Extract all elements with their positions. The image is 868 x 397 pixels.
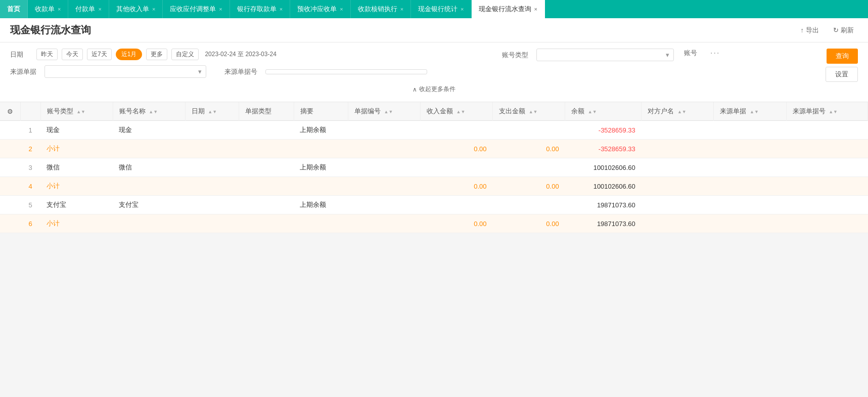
th-label: 摘要 <box>300 107 313 115</box>
cell-expense: 0.00 <box>493 177 565 196</box>
chevron-down-icon: ▾ <box>198 68 202 75</box>
cell-account-name: 微信 <box>113 158 185 177</box>
close-icon[interactable]: × <box>400 6 403 12</box>
page-title: 现金银行流水查询 <box>10 23 91 37</box>
cell-date <box>185 158 239 177</box>
th-label: 单据类型 <box>245 107 271 115</box>
table-body: 1 现金 现金 上期余额 -3528659.33 2 小计 0.00 0.00 … <box>0 121 868 233</box>
data-table: ⚙ 账号类型 ▲▼ 账号名称 ▲▼ 日期 ▲▼ 单据类型 摘 <box>0 102 868 233</box>
nav-home-label: 首页 <box>7 5 20 14</box>
th-counterparty[interactable]: 对方户名 ▲▼ <box>642 102 714 121</box>
th-account-name[interactable]: 账号名称 ▲▼ <box>113 102 185 121</box>
refresh-button[interactable]: ↻ 刷新 <box>829 24 858 37</box>
th-label: 余额 <box>571 107 584 115</box>
nav-label: 其他收入单 <box>116 5 149 14</box>
th-account-type[interactable]: 账号类型 ▲▼ <box>40 102 113 121</box>
source-doc-label: 来源单据 <box>10 67 36 76</box>
cell-num: 4 <box>20 177 40 196</box>
th-settings[interactable]: ⚙ <box>0 102 20 121</box>
account-dots[interactable]: ··· <box>710 49 720 58</box>
th-expense[interactable]: 支出金额 ▲▼ <box>493 102 565 121</box>
th-doc-no[interactable]: 单据编号 ▲▼ <box>348 102 420 121</box>
source-doc-num-input[interactable] <box>265 69 427 74</box>
account-type-label: 账号类型 <box>502 51 528 60</box>
nav-receipt-verify[interactable]: 收款核销执行 × <box>351 0 411 18</box>
source-doc-select[interactable]: ▾ <box>44 65 206 78</box>
cell-num: 5 <box>20 196 40 214</box>
export-button[interactable]: ↑ 导出 <box>797 24 824 37</box>
account-label: 账号 <box>684 49 702 58</box>
cell-income: 0.00 <box>420 214 492 233</box>
cell-balance: 100102606.60 <box>565 177 642 196</box>
top-navigation: 首页 收款单 × 付款单 × 其他收入单 × 应收应付调整单 × 银行存取款单 … <box>0 0 868 18</box>
date-btn-1month[interactable]: 近1月 <box>116 49 143 60</box>
sort-icon: ▲▼ <box>529 109 538 114</box>
cell-settings <box>0 214 20 233</box>
cell-income: 0.00 <box>420 177 492 196</box>
cell-account-type: 支付宝 <box>40 196 113 214</box>
th-label: 支出金额 <box>499 107 525 115</box>
th-label: 来源单据号 <box>793 107 826 115</box>
date-btn-custom[interactable]: 自定义 <box>171 49 199 60</box>
th-source-doc[interactable]: 来源单据 ▲▼ <box>714 102 786 121</box>
cell-account-name <box>113 140 185 158</box>
table-row: 4 小计 0.00 0.00 100102606.60 <box>0 177 868 196</box>
th-date[interactable]: 日期 ▲▼ <box>185 102 239 121</box>
close-icon[interactable]: × <box>152 6 155 12</box>
th-balance[interactable]: 余额 ▲▼ <box>565 102 642 121</box>
date-btn-today[interactable]: 今天 <box>62 49 83 60</box>
th-num <box>20 102 40 121</box>
cell-expense: 0.00 <box>493 214 565 233</box>
date-btn-7days[interactable]: 近7天 <box>87 49 112 60</box>
settings-button[interactable]: 设置 <box>826 67 858 82</box>
th-source-doc-no[interactable]: 来源单据号 ▲▼ <box>786 102 868 121</box>
date-btn-yesterday[interactable]: 昨天 <box>36 49 58 60</box>
nav-payment[interactable]: 付款单 × <box>68 0 109 18</box>
cell-summary <box>294 177 348 196</box>
cell-account-name: 支付宝 <box>113 196 185 214</box>
account-type-select[interactable]: ▾ <box>536 49 674 61</box>
close-icon[interactable]: × <box>534 6 537 12</box>
cell-doc-type <box>239 121 294 140</box>
header-actions: ↑ 导出 ↻ 刷新 <box>797 24 858 37</box>
table-row: 6 小计 0.00 0.00 19871073.60 <box>0 214 868 233</box>
close-icon[interactable]: × <box>280 6 283 12</box>
close-icon[interactable]: × <box>340 6 343 12</box>
table-row: 2 小计 0.00 0.00 -3528659.33 <box>0 140 868 158</box>
nav-cash-stat[interactable]: 现金银行统计 × <box>411 0 471 18</box>
cell-source-doc-no <box>786 214 868 233</box>
close-icon[interactable]: × <box>98 6 101 12</box>
filter-row-source: 来源单据 ▾ 来源单据号 <box>10 65 492 78</box>
date-label: 日期 <box>10 50 28 59</box>
nav-bank-deposit[interactable]: 银行存取款单 × <box>230 0 290 18</box>
cell-income <box>420 121 492 140</box>
date-btn-more[interactable]: 更多 <box>146 49 167 60</box>
cell-counterparty <box>642 196 714 214</box>
cell-source-doc-no <box>786 158 868 177</box>
cell-date <box>185 121 239 140</box>
nav-cash-flow[interactable]: 现金银行流水查询 × <box>472 0 545 18</box>
cell-source-doc-no <box>786 121 868 140</box>
table-row: 3 微信 微信 上期余额 100102606.60 <box>0 158 868 177</box>
nav-label: 现金银行统计 <box>418 5 458 14</box>
nav-home[interactable]: 首页 <box>0 0 28 18</box>
cell-balance: 19871073.60 <box>565 214 642 233</box>
th-label: 账号类型 <box>47 107 73 115</box>
refresh-label: 刷新 <box>841 26 854 35</box>
query-button[interactable]: 查询 <box>827 49 858 64</box>
sort-icon: ▲▼ <box>750 109 759 114</box>
collapse-bar[interactable]: ∧ 收起更多条件 <box>10 83 858 96</box>
sort-icon: ▲▼ <box>829 109 838 114</box>
nav-other-income[interactable]: 其他收入单 × <box>109 0 163 18</box>
date-range: 2023-02-24 至 2023-03-24 <box>205 50 276 59</box>
close-icon[interactable]: × <box>461 6 464 12</box>
filter-row-account-type: 账号类型 ▾ <box>502 49 674 61</box>
nav-ar-ap-adjust[interactable]: 应收应付调整单 × <box>163 0 230 18</box>
nav-prepay[interactable]: 预收冲应收单 × <box>290 0 350 18</box>
th-income[interactable]: 收入金额 ▲▼ <box>420 102 492 121</box>
nav-receipt[interactable]: 收款单 × <box>28 0 68 18</box>
cell-doc-type <box>239 158 294 177</box>
sort-icon: ▲▼ <box>76 109 85 114</box>
close-icon[interactable]: × <box>219 6 222 12</box>
close-icon[interactable]: × <box>58 6 61 12</box>
